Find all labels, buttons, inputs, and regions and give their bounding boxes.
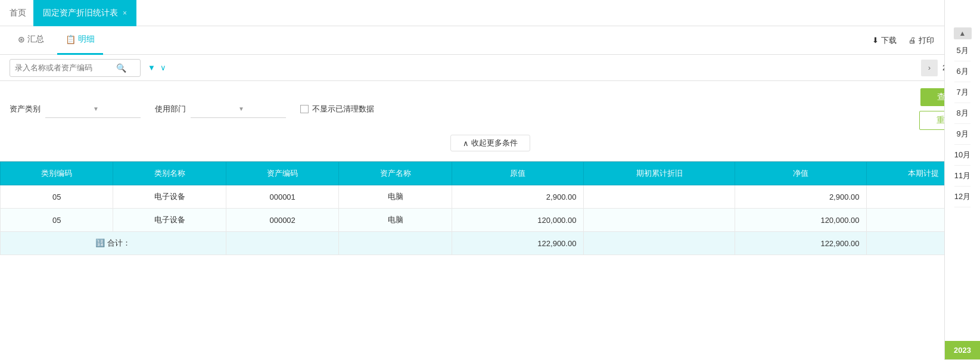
data-table: 类别编码 类别名称 资产编码 资产名称 原值 期初累计折旧 净值 本期计提 05… bbox=[0, 162, 980, 255]
hide-cleared-label: 不显示已清理数据 bbox=[312, 104, 374, 114]
nav-home[interactable]: 首页 bbox=[10, 8, 33, 18]
department-select[interactable]: ▼ bbox=[191, 100, 286, 118]
col-original-value: 原值 bbox=[452, 162, 584, 185]
hide-cleared-checkbox[interactable] bbox=[300, 105, 309, 113]
total-initial-depreciation bbox=[584, 232, 735, 255]
print-button[interactable]: 🖨 打印 bbox=[909, 35, 934, 46]
month-item[interactable]: 6月 bbox=[954, 61, 970, 82]
collapse-filter-button[interactable]: › bbox=[921, 60, 938, 76]
nav-tab-close[interactable]: × bbox=[123, 9, 127, 17]
month-item[interactable]: 9月 bbox=[954, 124, 970, 145]
month-item[interactable]: 10月 bbox=[954, 145, 970, 166]
month-item[interactable]: 8月 bbox=[954, 103, 970, 124]
tab-detail-label: 明细 bbox=[78, 34, 95, 45]
right-panel: ▲ 5月6月7月8月9月10月11月12月 2023 bbox=[944, 0, 980, 360]
cell-original-value: 120,000.00 bbox=[452, 209, 584, 232]
download-label: 下载 bbox=[881, 35, 897, 46]
search-input-wrap[interactable]: 🔍 bbox=[10, 59, 141, 77]
search-icon: 🔍 bbox=[116, 63, 126, 73]
col-net-value: 净值 bbox=[735, 162, 867, 185]
collapse-icon: ∧ bbox=[463, 139, 469, 148]
col-category-name: 类别名称 bbox=[113, 162, 226, 185]
cell-asset-code: 000002 bbox=[226, 209, 338, 232]
table-header-row: 类别编码 类别名称 资产编码 资产名称 原值 期初累计折旧 净值 本期计提 bbox=[1, 162, 980, 185]
cell-category-code: 05 bbox=[1, 185, 113, 209]
tab-summary-label: 汇总 bbox=[27, 34, 44, 45]
second-toolbar: ⊛ 汇总 📋 明细 ⬇ 下载 🖨 打印 ↺ 刷新 bbox=[0, 26, 980, 55]
cell-asset-code: 000001 bbox=[226, 185, 338, 209]
top-nav: 首页 固定资产折旧统计表 × ✕ bbox=[0, 0, 980, 26]
adv-filter: 资产类别 ▼ 使用部门 ▼ 不显示已清理数据 查询 重置 ∧ 收起更多条件 bbox=[0, 81, 980, 162]
filter-group-department: 使用部门 ▼ bbox=[155, 100, 286, 118]
col-category-code: 类别编码 bbox=[1, 162, 113, 185]
data-table-wrap: 类别编码 类别名称 资产编码 资产名称 原值 期初累计折旧 净值 本期计提 05… bbox=[0, 162, 980, 360]
nav-tab-fixed-assets[interactable]: 固定资产折旧统计表 × bbox=[33, 0, 136, 26]
table-total-row: 🔢合计： 122,900.00 122,900.00 bbox=[1, 232, 980, 255]
total-net-value: 122,900.00 bbox=[735, 232, 867, 255]
cell-original-value: 2,900.00 bbox=[452, 185, 584, 209]
col-asset-code: 资产编码 bbox=[226, 162, 338, 185]
cell-category-code: 05 bbox=[1, 209, 113, 232]
filter-group-category: 资产类别 ▼ bbox=[10, 100, 141, 118]
collapse-row: ∧ 收起更多条件 bbox=[10, 130, 970, 154]
download-button[interactable]: ⬇ 下载 bbox=[872, 35, 897, 46]
search-input[interactable] bbox=[15, 63, 116, 72]
cell-initial-depreciation bbox=[584, 209, 735, 232]
table-body: 05 电子设备 000001 电脑 2,900.00 2,900.00 05 电… bbox=[1, 185, 980, 255]
tab-summary[interactable]: ⊛ 汇总 bbox=[10, 26, 52, 55]
summary-icon: ⊛ bbox=[18, 35, 25, 44]
category-dropdown-icon: ▼ bbox=[93, 105, 138, 112]
col-asset-name: 资产名称 bbox=[339, 162, 452, 185]
cell-asset-name: 电脑 bbox=[339, 209, 452, 232]
adv-filter-row: 资产类别 ▼ 使用部门 ▼ 不显示已清理数据 查询 重置 bbox=[10, 88, 970, 130]
print-icon: 🖨 bbox=[909, 36, 916, 45]
cell-category-name: 电子设备 bbox=[113, 209, 226, 232]
chevron-down-icon: ∨ bbox=[160, 63, 166, 72]
department-label: 使用部门 bbox=[155, 104, 186, 114]
collapse-label: 收起更多条件 bbox=[471, 138, 518, 148]
month-current[interactable]: 2023 bbox=[945, 341, 980, 360]
month-item[interactable]: 5月 bbox=[954, 41, 970, 61]
cell-asset-name: 电脑 bbox=[339, 185, 452, 209]
hide-cleared-group: 不显示已清理数据 bbox=[300, 104, 374, 114]
filter-bar: 🔍 ▼ ∨ › 2023.01 bbox=[0, 55, 980, 81]
detail-icon: 📋 bbox=[66, 35, 76, 44]
more-conditions-button[interactable]: ▼ ∨ bbox=[148, 63, 166, 72]
col-initial-depreciation: 期初累计折旧 bbox=[584, 162, 735, 185]
department-dropdown-icon: ▼ bbox=[238, 105, 284, 112]
asset-category-select[interactable]: ▼ bbox=[45, 100, 141, 118]
filter-icon: ▼ bbox=[148, 63, 155, 72]
total-label: 🔢合计： bbox=[1, 232, 226, 255]
cell-initial-depreciation bbox=[584, 185, 735, 209]
download-icon: ⬇ bbox=[872, 36, 879, 45]
total-original-value: 122,900.00 bbox=[452, 232, 584, 255]
nav-tab-label: 固定资产折旧统计表 bbox=[43, 8, 118, 18]
asset-category-label: 资产类别 bbox=[10, 104, 41, 114]
cell-net-value: 2,900.00 bbox=[735, 185, 867, 209]
cell-net-value: 120,000.00 bbox=[735, 209, 867, 232]
collapse-conditions-button[interactable]: ∧ 收起更多条件 bbox=[450, 135, 530, 151]
cell-category-name: 电子设备 bbox=[113, 185, 226, 209]
month-list: 5月6月7月8月9月10月11月12月 bbox=[954, 41, 970, 207]
month-item[interactable]: 11月 bbox=[954, 166, 970, 187]
print-label: 打印 bbox=[919, 35, 934, 46]
tab-detail[interactable]: 📋 明细 bbox=[57, 26, 103, 55]
month-nav-up[interactable]: ▲ bbox=[954, 27, 972, 39]
month-item[interactable]: 12月 bbox=[954, 187, 970, 207]
table-row: 05 电子设备 000001 电脑 2,900.00 2,900.00 bbox=[1, 185, 980, 209]
month-item[interactable]: 7月 bbox=[954, 82, 970, 103]
table-row: 05 电子设备 000002 电脑 120,000.00 120,000.00 bbox=[1, 209, 980, 232]
